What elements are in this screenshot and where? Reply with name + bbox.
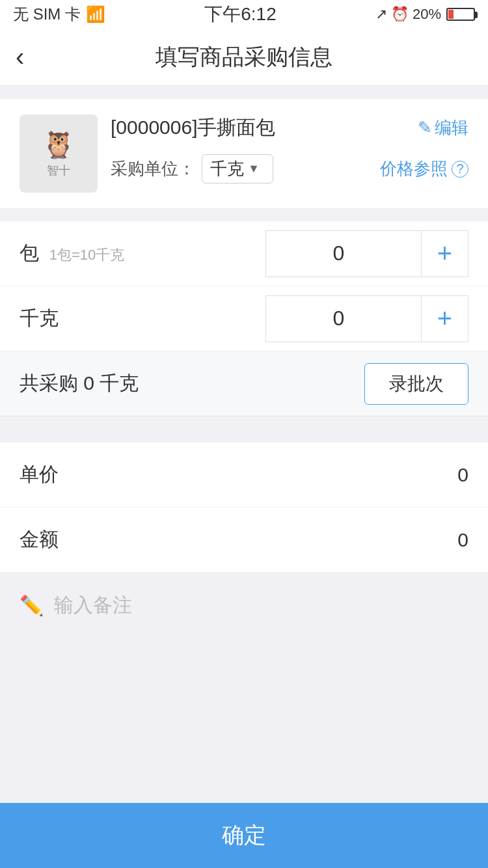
bag-label: 包: [20, 242, 39, 264]
confirm-button[interactable]: 确定: [0, 803, 488, 868]
product-brand: 智十: [47, 163, 70, 178]
unit-label: 采购单位： 千克 ▼: [111, 154, 273, 183]
unit-price-row: 单价 0: [0, 442, 488, 508]
info-section: 单价 0 金额 0: [0, 442, 488, 573]
battery-fill: [448, 10, 454, 19]
kg-quantity-input[interactable]: [265, 295, 422, 342]
note-section[interactable]: ✏️ 输入备注: [0, 573, 488, 638]
edit-button[interactable]: ✎ 编辑: [418, 116, 468, 139]
unit-price-value: 0: [457, 464, 468, 486]
status-right: ↗ ⏰ 20%: [375, 6, 475, 23]
edit-icon: ✎: [418, 118, 432, 138]
bag-plus-button[interactable]: +: [422, 230, 468, 277]
amount-row: 金额 0: [0, 508, 488, 573]
product-name-row: [0000006]手撕面包 ✎ 编辑: [111, 115, 468, 141]
location-icon: ↗: [375, 6, 387, 23]
amount-value: 0: [457, 529, 468, 551]
wifi-icon: 📶: [86, 5, 105, 23]
unit-price-label: 单价: [20, 461, 59, 488]
bag-sublabel: 1包=10千克: [49, 247, 125, 263]
unit-select-dropdown[interactable]: 千克 ▼: [202, 154, 273, 183]
unit-row: 采购单位： 千克 ▼ 价格参照 ?: [111, 154, 468, 183]
kg-label: 千克: [20, 305, 59, 332]
bag-plus-icon: +: [437, 239, 452, 268]
bag-quantity-input[interactable]: [265, 230, 422, 277]
carrier-text: 无 SIM 卡: [13, 4, 81, 25]
batch-label: 录批次: [389, 372, 444, 396]
battery-icon: [446, 8, 475, 21]
edit-label: 编辑: [435, 116, 468, 139]
status-time: 下午6:12: [204, 2, 277, 27]
price-ref-label: 价格参照: [380, 157, 448, 180]
price-ref-help-icon: ?: [452, 161, 468, 178]
unit-value: 千克: [210, 157, 244, 180]
separator-3: [0, 416, 488, 429]
total-text: 共采购 0 千克: [20, 370, 139, 397]
product-code: [0000006]: [111, 116, 197, 138]
kg-plus-button[interactable]: +: [422, 295, 468, 342]
batch-button[interactable]: 录批次: [364, 363, 468, 405]
alarm-icon: ⏰: [391, 6, 409, 23]
separator-2: [0, 208, 488, 221]
product-owl-icon: 🦉: [42, 129, 75, 160]
page-title: 填写商品采购信息: [156, 42, 332, 72]
kg-input-group: +: [265, 295, 468, 342]
status-bar: 无 SIM 卡 📶 下午6:12 ↗ ⏰ 20%: [0, 0, 488, 29]
kg-plus-icon: +: [437, 304, 452, 333]
note-pencil-icon: ✏️: [20, 594, 44, 617]
battery-percent: 20%: [413, 6, 441, 23]
kg-row: 千克 +: [0, 286, 488, 351]
note-placeholder-text: 输入备注: [54, 592, 132, 619]
price-ref-button[interactable]: 价格参照 ?: [380, 157, 468, 180]
amount-label: 金额: [20, 526, 59, 553]
separator-1: [0, 86, 488, 99]
total-row: 共采购 0 千克 录批次: [0, 351, 488, 416]
back-icon: ‹: [16, 42, 24, 72]
bag-label-group: 包 1包=10千克: [20, 240, 124, 267]
product-title: 手撕面包: [197, 116, 275, 138]
status-left: 无 SIM 卡 📶: [13, 4, 105, 25]
product-card: 🦉 智十 [0000006]手撕面包 ✎ 编辑 采购单位： 千克 ▼: [0, 99, 488, 208]
product-name: [0000006]手撕面包: [111, 115, 275, 141]
nav-bar: ‹ 填写商品采购信息: [0, 29, 488, 86]
back-button[interactable]: ‹: [16, 42, 24, 72]
bag-row: 包 1包=10千克 +: [0, 221, 488, 286]
product-image: 🦉 智十: [20, 115, 98, 193]
confirm-label: 确定: [222, 821, 266, 850]
bag-input-group: +: [265, 230, 468, 277]
form-section: 包 1包=10千克 + 千克 +: [0, 221, 488, 351]
unit-label-text: 采购单位：: [111, 157, 195, 180]
product-info: [0000006]手撕面包 ✎ 编辑 采购单位： 千克 ▼ 价格参照 ?: [111, 115, 468, 183]
dropdown-arrow-icon: ▼: [248, 162, 260, 176]
